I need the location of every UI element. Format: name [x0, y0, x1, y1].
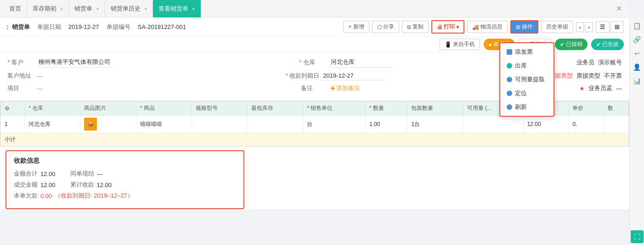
- view-toggle: ☰ ⊞: [596, 21, 624, 33]
- right-sidebar: 📋 🔗 ↩ 👤 📊 ⛶: [629, 17, 644, 245]
- transaction-value: 12.00: [40, 182, 56, 188]
- cell-qty: 1.00: [366, 115, 407, 133]
- salesperson-value: 演示账号: [598, 58, 622, 67]
- tab-check-sales[interactable]: 查看销货单 ×: [153, 0, 201, 17]
- cell-seq: 1: [1, 115, 25, 133]
- window-close-button[interactable]: ✕: [612, 2, 626, 15]
- amount-value: 12.00: [40, 171, 56, 177]
- sidebar-icon-5[interactable]: 📊: [631, 74, 644, 87]
- ticket-type-value: 不开票: [604, 72, 622, 80]
- add-note-button[interactable]: ✚ 添加备注: [330, 84, 360, 92]
- date-label: 单据日期: [37, 23, 61, 31]
- cell-amount: [604, 115, 628, 133]
- outbound-label: 出库: [515, 62, 527, 70]
- address-label: 客户地址: [7, 72, 35, 80]
- tab-inventory-close[interactable]: ×: [60, 6, 63, 11]
- subtotal-row: 小计: [1, 133, 629, 146]
- payment-date-label: 收款到期日: [286, 72, 320, 80]
- copy-button[interactable]: ⧉ 复制: [402, 21, 429, 33]
- sidebar-icon-expand[interactable]: ⛶: [631, 230, 644, 243]
- locate-label: 定位: [515, 89, 527, 97]
- tab-inventory-label: 库存期初: [33, 5, 56, 13]
- document-type-label: 销货单: [12, 23, 30, 31]
- payment-row-1: 金额合计 12.00 同单现结 —: [14, 170, 236, 178]
- date-value: 2019-12-27: [68, 23, 99, 30]
- tab-inventory[interactable]: 库存期初 ×: [27, 0, 69, 17]
- list-view-button[interactable]: ☰: [596, 21, 610, 33]
- tab-sales-history-close[interactable]: ×: [144, 6, 147, 11]
- add-note-label: 添加备注: [336, 84, 360, 92]
- print-icon: 🖨: [437, 24, 442, 30]
- warehouse-value[interactable]: 河北仓库: [329, 57, 393, 68]
- tab-sales-history-label: 销货单历史: [111, 5, 141, 13]
- plus-icon: ✚: [330, 85, 335, 92]
- prev-button[interactable]: ‹: [576, 22, 584, 32]
- refresh-label: 刷新: [515, 103, 527, 111]
- col-img: 商品图片: [80, 102, 136, 115]
- cell-unit: 台: [303, 115, 365, 133]
- logistics-icon: 🚚: [472, 24, 479, 30]
- next-button[interactable]: ›: [585, 22, 593, 32]
- ticket-type-section: 票据类型 票据类型 不开票: [549, 72, 622, 80]
- sidebar-icon-1[interactable]: 📋: [631, 19, 644, 32]
- amount-label: 金额合计: [14, 170, 38, 178]
- sidebar-icon-4[interactable]: 👤: [631, 61, 644, 74]
- cancel-button[interactable]: ✔ 已核销: [555, 39, 588, 50]
- effective-button[interactable]: ✔ 已生效: [591, 39, 624, 50]
- refresh-icon: [507, 104, 512, 110]
- payment-row-3: 本单欠款 0.00 （收款到期日: 2019–12–27）: [14, 192, 236, 200]
- customer-field: 客户 柳州粤港平安气体有限公司: [7, 57, 285, 68]
- same-order-label: 同单现结: [70, 170, 94, 178]
- logistics-label: 物流信息: [480, 23, 503, 31]
- amount-field: 金额合计 12.00: [14, 170, 56, 178]
- biz-person-dash: —: [616, 85, 622, 92]
- outbound-icon: [507, 63, 512, 68]
- salesperson-section: 业务员 演示账号: [576, 58, 622, 67]
- customer-value[interactable]: 柳州粤港平安气体有限公司: [37, 57, 112, 68]
- sidebar-icon-3[interactable]: ↩: [631, 47, 644, 60]
- tab-home[interactable]: 首页: [4, 0, 27, 17]
- print-button[interactable]: 🖨 打印 ▾: [431, 20, 464, 34]
- dropdown-available-qty[interactable]: 可用量提取: [500, 73, 554, 86]
- gear-icon: ⚙: [5, 105, 10, 112]
- accumulated-field: 累计收款 12.00: [70, 181, 112, 189]
- col-gear: ⚙: [1, 102, 25, 115]
- operate-button[interactable]: ⊞ 操作: [510, 20, 538, 34]
- dropdown-add-invoice[interactable]: 添发票: [500, 45, 554, 59]
- dropdown-refresh[interactable]: 刷新: [500, 100, 554, 114]
- from-phone-button[interactable]: 📱 来自手机: [440, 39, 480, 50]
- doc-icon: ↕: [6, 23, 9, 31]
- dropdown-locate[interactable]: 定位: [500, 86, 554, 100]
- payment-title: 收款信息: [14, 157, 236, 165]
- col-min-stock: 最低库存: [247, 102, 303, 115]
- col-qty: * 数量: [366, 102, 407, 115]
- address-value: —: [37, 73, 43, 80]
- cell-product: 嘻嘻嘻嘻: [136, 115, 192, 133]
- col-price: 单价: [569, 102, 604, 115]
- warehouse-label: 仓库: [299, 58, 327, 67]
- grid-view-button[interactable]: ⊞: [610, 21, 624, 33]
- tab-check-sales-close[interactable]: ×: [192, 6, 195, 11]
- col-amount: 数: [604, 102, 628, 115]
- tab-sales[interactable]: 销货单 ×: [69, 0, 105, 17]
- copy-icon: ⧉: [407, 24, 411, 30]
- address-field: 客户地址 —: [7, 72, 271, 80]
- biz-person-label2: 业务员孟: [588, 84, 612, 92]
- operate-grid-icon: ⊞: [516, 24, 520, 30]
- history-button[interactable]: 历史单据: [541, 21, 573, 33]
- subtotal-label: 小计: [1, 133, 629, 146]
- tab-sales-history[interactable]: 销货单历史 ×: [105, 0, 153, 17]
- add-button[interactable]: + 新增: [343, 21, 369, 33]
- sidebar-icon-2[interactable]: 🔗: [631, 33, 644, 46]
- salesperson-label: 业务员: [576, 58, 594, 67]
- share-button[interactable]: ⬡ 分享: [372, 21, 399, 33]
- payment-date-value[interactable]: 2019-12-27: [321, 71, 385, 80]
- cell-img: 📦: [80, 115, 136, 133]
- print-dropdown-icon: ▾: [456, 24, 459, 30]
- tab-sales-close[interactable]: ×: [96, 6, 99, 11]
- logistics-button[interactable]: 🚚 物流信息: [467, 21, 508, 33]
- operate-dropdown-menu: 添发票 出库 可用量提取 定位 刷新: [499, 42, 554, 117]
- dropdown-outbound[interactable]: 出库: [500, 59, 554, 73]
- app-container: 首页 库存期初 × 销货单 × 销货单历史 × 查看销货单 × ✕: [0, 0, 644, 245]
- toolbar-primary: ↕ 销货单 单据日期 2019-12-27 单据编号 SA-20191227-0…: [0, 17, 629, 37]
